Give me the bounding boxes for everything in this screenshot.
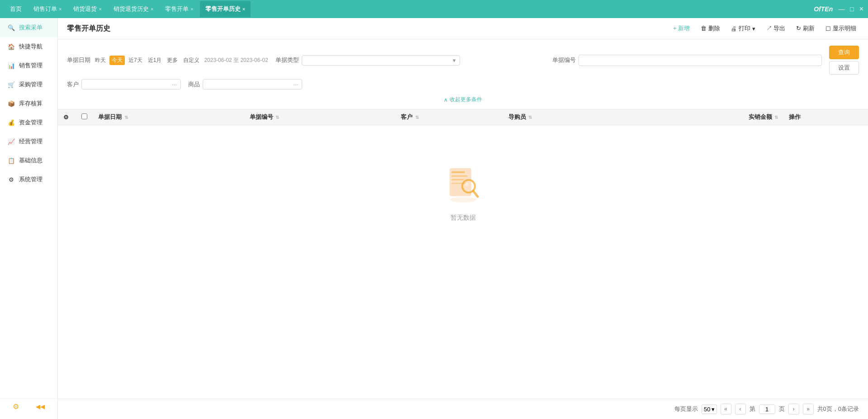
page-unit-label: 页 bbox=[779, 405, 785, 413]
tab-sales-order[interactable]: 销售订单× bbox=[28, 1, 67, 17]
th-guide-sort[interactable]: ⇅ bbox=[528, 115, 532, 120]
sidebar-bottom: ⚙ ◀◀ bbox=[0, 398, 57, 414]
sales-mgmt-icon: 📊 bbox=[7, 61, 15, 70]
sidebar-collapse-icon[interactable]: ◀◀ bbox=[36, 403, 45, 410]
sidebar-label-operations: 经营管理 bbox=[19, 137, 43, 146]
shortcut-custom[interactable]: 自定义 bbox=[181, 56, 201, 65]
tab-close-sales-order[interactable]: × bbox=[59, 6, 62, 12]
sidebar-label-finance: 资金管理 bbox=[19, 118, 43, 127]
goods-field: 商品 ··· bbox=[188, 79, 302, 89]
query-settings: 查询 设置 bbox=[829, 46, 859, 75]
sidebar-item-system[interactable]: ⚙系统管理 bbox=[0, 170, 57, 189]
top-nav-tabs: 首页销售订单×销货退货×销货退货历史×零售开单×零售开单历史× bbox=[5, 1, 814, 17]
purchase-mgmt-icon: 🛒 bbox=[7, 80, 15, 89]
sidebar-item-search[interactable]: 🔍搜索采单 bbox=[0, 18, 57, 37]
print-label: 打印 bbox=[739, 24, 750, 33]
export-button[interactable]: ↗ 导出 bbox=[764, 23, 788, 34]
tab-close-sales-return[interactable]: × bbox=[99, 6, 101, 12]
th-date: 单据日期 ⇅ bbox=[93, 109, 244, 125]
th-doc-no-label: 单据编号 bbox=[250, 113, 273, 120]
tab-close-sales-return-history[interactable]: × bbox=[151, 6, 153, 12]
gear-icon[interactable]: ⚙ bbox=[63, 114, 69, 121]
display-detail-button[interactable]: ☐ 显示明细 bbox=[823, 23, 859, 34]
th-amount-label: 实销金额 bbox=[749, 113, 772, 120]
sidebar-item-finance[interactable]: 💰资金管理 bbox=[0, 113, 57, 132]
tab-home[interactable]: 首页 bbox=[5, 1, 27, 17]
search-panel: 单据日期 昨天 今天 近7天 近1月 更多 自定义 2023-06-02 至 2… bbox=[58, 39, 868, 109]
select-all-checkbox[interactable] bbox=[81, 113, 87, 119]
page-size-value: 50 bbox=[704, 406, 710, 413]
page-label: 第 bbox=[749, 405, 755, 413]
collapse-chevron: ∧ bbox=[444, 97, 448, 103]
th-action: 操作 bbox=[783, 109, 868, 125]
sidebar-label-sales-mgmt: 销售管理 bbox=[19, 61, 43, 70]
date-range-display: 2023-06-02 至 2023-06-02 bbox=[204, 56, 268, 64]
page-title: 零售开单历史 bbox=[67, 24, 110, 33]
prev-page-btn[interactable]: ‹ bbox=[735, 404, 746, 414]
tab-close-retail-open[interactable]: × bbox=[190, 6, 193, 12]
close-window-btn[interactable]: × bbox=[859, 5, 863, 13]
doc-type-select[interactable]: ▾ bbox=[302, 55, 460, 66]
th-gear: ⚙ bbox=[58, 109, 76, 125]
sidebar-label-inventory: 库存核算 bbox=[19, 99, 43, 108]
sidebar-item-basic-info[interactable]: 📋基础信息 bbox=[0, 151, 57, 170]
sidebar-label-purchase-mgmt: 采购管理 bbox=[19, 80, 43, 89]
sidebar-item-quick-nav[interactable]: 🏠快捷导航 bbox=[0, 37, 57, 56]
first-page-btn[interactable]: « bbox=[721, 404, 731, 414]
table-area: ⚙ 单据日期 ⇅ 单据编号 ⇅ bbox=[58, 109, 868, 399]
shortcut-7days[interactable]: 近7天 bbox=[127, 56, 144, 65]
page-size-arrow: ▾ bbox=[711, 406, 715, 413]
operations-icon: 📈 bbox=[7, 137, 15, 146]
date-shortcuts: 昨天 今天 近7天 近1月 更多 自定义 bbox=[93, 56, 201, 65]
th-date-label: 单据日期 bbox=[98, 113, 122, 120]
svg-rect-2 bbox=[451, 171, 465, 173]
shortcut-yesterday[interactable]: 昨天 bbox=[93, 56, 108, 65]
shortcut-1month[interactable]: 近1月 bbox=[146, 56, 164, 65]
doc-type-field: 单据类型 ▾ bbox=[275, 55, 545, 66]
tab-close-retail-open-history[interactable]: × bbox=[242, 6, 245, 12]
tab-retail-open[interactable]: 零售开单× bbox=[160, 1, 199, 17]
sidebar-label-system: 系统管理 bbox=[19, 175, 43, 184]
sidebar-settings-icon[interactable]: ⚙ bbox=[13, 402, 19, 411]
shortcut-more[interactable]: 更多 bbox=[165, 56, 180, 65]
th-customer: 客户 ⇅ bbox=[395, 109, 503, 125]
doc-no-input[interactable] bbox=[579, 55, 822, 66]
query-button[interactable]: 查询 bbox=[829, 46, 859, 59]
collapse-button[interactable]: ∧ 收起更多条件 bbox=[444, 96, 482, 104]
th-date-sort[interactable]: ⇅ bbox=[124, 115, 128, 120]
refresh-button[interactable]: ↻ 刷新 bbox=[793, 23, 817, 34]
doc-no-label: 单据编号 bbox=[552, 56, 576, 64]
page-total: 共0页，0条记录 bbox=[817, 405, 859, 413]
th-amount-sort[interactable]: ⇅ bbox=[774, 115, 778, 120]
sidebar-item-operations[interactable]: 📈经营管理 bbox=[0, 132, 57, 151]
finance-icon: 💰 bbox=[7, 118, 15, 127]
settings-button[interactable]: 设置 bbox=[829, 61, 859, 75]
tab-sales-return[interactable]: 销货退货× bbox=[68, 1, 107, 17]
current-page-input[interactable] bbox=[759, 405, 775, 414]
quick-nav-icon: 🏠 bbox=[7, 42, 15, 51]
per-page-label: 每页显示 bbox=[674, 405, 698, 413]
sidebar-label-quick-nav: 快捷导航 bbox=[19, 42, 43, 51]
delete-button[interactable]: 🗑 删除 bbox=[698, 23, 723, 34]
th-customer-sort[interactable]: ⇅ bbox=[415, 115, 419, 120]
minimize-btn[interactable]: — bbox=[838, 5, 844, 13]
last-page-btn[interactable]: » bbox=[803, 404, 814, 414]
tab-retail-open-history[interactable]: 零售开单历史× bbox=[200, 1, 251, 17]
goods-input[interactable]: ··· bbox=[203, 79, 302, 89]
empty-illustration bbox=[441, 161, 486, 207]
restore-btn[interactable]: □ bbox=[850, 5, 854, 13]
page-size-select[interactable]: 50 ▾ bbox=[702, 405, 716, 414]
collapse-row: ∧ 收起更多条件 bbox=[67, 94, 859, 105]
print-button[interactable]: 🖨 打印 ▾ bbox=[728, 23, 758, 34]
tab-sales-return-history[interactable]: 销货退货历史× bbox=[108, 1, 159, 17]
add-button[interactable]: + 新增 bbox=[670, 23, 693, 34]
th-doc-no-sort[interactable]: ⇅ bbox=[275, 115, 279, 120]
next-page-btn[interactable]: › bbox=[788, 404, 799, 414]
sidebar: 🔍搜索采单🏠快捷导航📊销售管理🛒采购管理📦库存核算💰资金管理📈经营管理📋基础信息… bbox=[0, 18, 58, 419]
customer-input[interactable]: ··· bbox=[81, 79, 181, 89]
sidebar-item-purchase-mgmt[interactable]: 🛒采购管理 bbox=[0, 75, 57, 94]
sidebar-item-inventory[interactable]: 📦库存核算 bbox=[0, 94, 57, 113]
shortcut-today[interactable]: 今天 bbox=[109, 56, 125, 65]
brand-label: OfTEn bbox=[814, 5, 833, 13]
sidebar-item-sales-mgmt[interactable]: 📊销售管理 bbox=[0, 56, 57, 75]
